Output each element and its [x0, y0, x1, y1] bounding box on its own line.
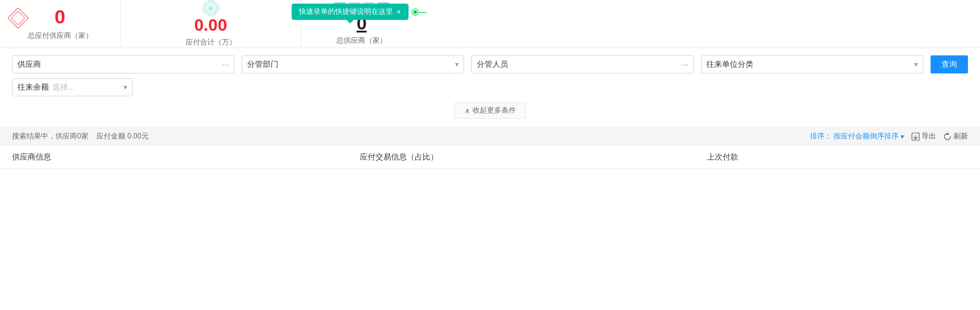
refresh-icon: [943, 132, 952, 141]
person-input[interactable]: [512, 60, 679, 69]
export-icon: [911, 132, 920, 141]
refresh-label: 刷新: [953, 131, 968, 141]
category-label: 往来单位分类: [706, 59, 753, 70]
supplier-dots[interactable]: ···: [222, 60, 229, 69]
svg-rect-3: [8, 8, 28, 28]
export-label: 导出: [922, 131, 936, 141]
col-supplier-header: 供应商信息: [12, 152, 360, 163]
collapse-row: ∧ 收起更多条件: [12, 99, 968, 122]
svg-text:米: 米: [208, 5, 213, 11]
dept-filter-field[interactable]: 分管部门 ▾: [242, 55, 464, 73]
supplier-input[interactable]: [45, 60, 219, 69]
category-filter-field[interactable]: 往来单位分类 ▾: [701, 55, 923, 73]
stat-total-suppliers: 快速录单的快捷键说明在这里 × 0 总供应商（家）: [301, 0, 422, 48]
filter-area: 供应商 ··· 分管部门 ▾ 分管人员 ··· 往来单位分类 ▾ 查询 往来余额…: [0, 48, 980, 128]
filter-row-2: 往来余额 选择... ▾: [12, 78, 968, 96]
payable-amount-label: 应付合计（万）: [186, 37, 236, 48]
category-arrow[interactable]: ▾: [914, 60, 918, 69]
stats-bar: 0 总应付供应商（家） 米 0.00 应付合计（万） 快速录单的快捷键说明在这里…: [0, 0, 980, 48]
balance-filter-field[interactable]: 往来余额 选择... ▾: [12, 78, 133, 96]
total-suppliers-label: 总供应商（家）: [336, 36, 387, 46]
stat-icon-area: 米 0.00 应付合计（万）: [121, 0, 301, 48]
tooltip-text: 快速录单的快捷键说明在这里: [299, 7, 393, 17]
dept-arrow[interactable]: ▾: [455, 60, 459, 69]
collapse-text: 收起更多条件: [473, 105, 516, 116]
result-bar: 搜索结果中，供应商0家 应付金额 0.00元 排序： 按应付会额倒序排序 ▾ 导…: [0, 128, 980, 146]
tooltip-close-button[interactable]: ×: [397, 8, 401, 16]
payable-amount-number: 0.00: [194, 16, 227, 35]
refresh-button[interactable]: 刷新: [943, 131, 968, 141]
sort-arrow[interactable]: ▾: [900, 132, 904, 141]
supplier-label: 供应商: [17, 59, 41, 70]
table-body: [0, 169, 980, 310]
balance-arrow[interactable]: ▾: [124, 83, 127, 91]
sort-button[interactable]: 排序： 按应付会额倒序排序 ▾: [810, 131, 904, 141]
sort-value: 按应付会额倒序排序: [834, 131, 899, 141]
query-button[interactable]: 查询: [931, 55, 968, 73]
table-header: 供应商信息 应付交易信息（占比） 上次付款: [0, 146, 980, 169]
payable-suppliers-number: 0: [55, 7, 66, 28]
dept-label: 分管部门: [247, 59, 278, 70]
result-info: 搜索结果中，供应商0家 应付金额 0.00元: [12, 131, 149, 141]
collapse-button[interactable]: ∧ 收起更多条件: [454, 102, 526, 119]
result-amount: 应付金额 0.00元: [96, 132, 149, 140]
sort-prefix: 排序：: [810, 131, 832, 141]
tooltip-bubble: 快速录单的快捷键说明在这里 ×: [292, 4, 409, 20]
coin-icon: 米: [195, 0, 227, 16]
result-actions: 排序： 按应付会额倒序排序 ▾ 导出 刷新: [810, 131, 968, 141]
col-trade-header: 应付交易信息（占比）: [360, 152, 708, 163]
logo-area: [0, 0, 36, 38]
logo-diamond-icon: [5, 5, 31, 31]
filter-row-1: 供应商 ··· 分管部门 ▾ 分管人员 ··· 往来单位分类 ▾ 查询: [12, 55, 968, 73]
person-label: 分管人员: [477, 59, 508, 70]
col-last-payment-header: 上次付款: [707, 152, 968, 163]
balance-label: 往来余额: [17, 82, 49, 93]
collapse-icon: ∧: [465, 107, 470, 115]
balance-select-placeholder[interactable]: 选择...: [52, 82, 124, 93]
result-summary: 搜索结果中，供应商0家: [12, 132, 89, 140]
person-filter-field[interactable]: 分管人员 ···: [471, 55, 694, 73]
tooltip-dot: [412, 9, 418, 15]
person-dots[interactable]: ···: [681, 60, 688, 69]
export-button[interactable]: 导出: [911, 131, 936, 141]
payable-suppliers-label: 总应付供应商（家）: [28, 31, 93, 41]
supplier-filter-field[interactable]: 供应商 ···: [12, 55, 234, 73]
